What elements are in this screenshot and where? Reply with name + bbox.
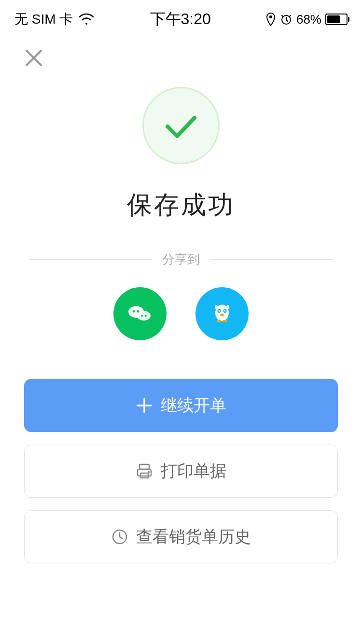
qq-icon	[207, 298, 237, 329]
svg-rect-25	[148, 471, 150, 473]
close-button[interactable]	[19, 43, 48, 72]
success-title: 保存成功	[127, 188, 235, 222]
svg-point-13	[219, 310, 220, 312]
svg-point-19	[223, 320, 227, 322]
svg-point-6	[133, 310, 135, 313]
svg-point-16	[215, 305, 218, 309]
success-icon-circle	[142, 87, 220, 164]
no-sim-text: 无 SIM 卡	[14, 10, 73, 28]
status-bar: 无 SIM 卡 下午3:20 68%	[0, 0, 362, 39]
share-divider: 分享到	[0, 251, 362, 268]
status-left: 无 SIM 卡	[14, 10, 95, 28]
svg-line-28	[120, 537, 123, 539]
history-button[interactable]: 查看销货单历史	[24, 510, 338, 563]
clock-icon	[111, 528, 128, 546]
battery-indicator	[325, 14, 348, 25]
wechat-icon	[125, 298, 155, 329]
close-icon	[24, 48, 44, 68]
history-label: 查看销货单历史	[136, 526, 251, 548]
wifi-icon	[78, 13, 95, 26]
actions-container: 继续开单 打印单据 查看销货单历史	[0, 379, 362, 563]
svg-point-17	[226, 305, 229, 309]
plus-icon	[136, 397, 153, 414]
svg-point-7	[137, 310, 139, 313]
alarm-icon	[280, 13, 292, 26]
print-label: 打印单据	[161, 460, 226, 482]
divider-line-right	[209, 259, 333, 260]
svg-point-15	[220, 314, 224, 316]
continue-button[interactable]: 继续开单	[24, 379, 338, 432]
location-icon	[265, 13, 276, 26]
svg-point-0	[269, 15, 272, 18]
svg-point-8	[141, 315, 143, 317]
status-time: 下午3:20	[150, 9, 211, 30]
main-content: 保存成功 分享到	[0, 39, 362, 563]
svg-point-14	[224, 310, 226, 312]
share-icons-container	[113, 287, 249, 340]
svg-point-18	[217, 320, 222, 322]
continue-label: 继续开单	[161, 394, 226, 417]
share-label: 分享到	[153, 251, 209, 268]
battery-percent: 68%	[296, 12, 321, 27]
printer-icon	[136, 462, 153, 480]
divider-line-left	[29, 259, 153, 260]
status-right: 68%	[265, 12, 348, 27]
print-button[interactable]: 打印单据	[24, 445, 338, 498]
svg-point-5	[137, 311, 151, 321]
svg-rect-22	[139, 464, 149, 469]
wechat-share-button[interactable]	[113, 287, 167, 340]
checkmark-icon	[162, 106, 200, 145]
qq-share-button[interactable]	[195, 287, 249, 340]
svg-point-9	[145, 315, 147, 317]
